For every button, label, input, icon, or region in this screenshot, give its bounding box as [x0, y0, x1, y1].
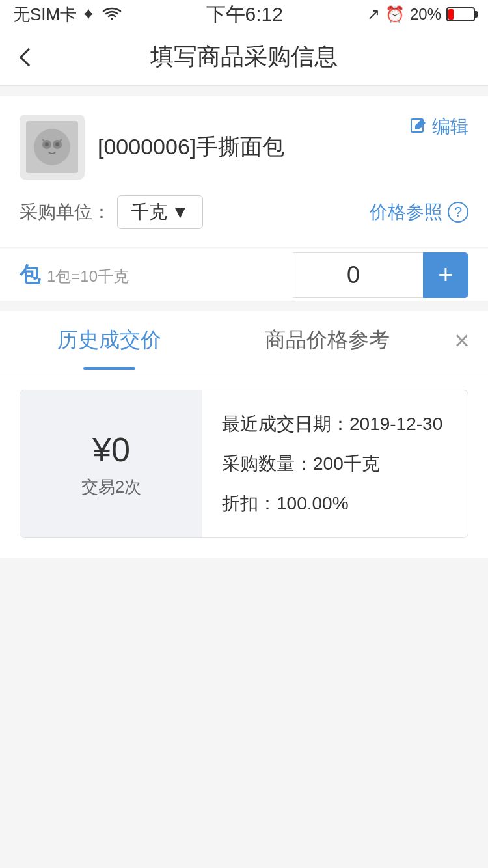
- package-hint: 1包=10千克: [47, 266, 129, 287]
- svg-point-3: [45, 142, 49, 146]
- status-time: 下午6:12: [206, 1, 283, 28]
- tab1-label: 历史成交价: [57, 326, 161, 355]
- discount-label: 折扣：: [222, 493, 277, 513]
- info-icon: ?: [448, 202, 468, 223]
- trade-count: 交易2次: [81, 476, 141, 498]
- tabs-section: 历史成交价 商品价格参考 × ¥0 交易2次 最近成交日期：2019-12-30…: [0, 311, 488, 558]
- svg-point-4: [55, 142, 59, 146]
- tab-product-price-ref[interactable]: 商品价格参考: [218, 311, 436, 370]
- svg-point-0: [34, 129, 70, 165]
- discount-value: 100.00%: [277, 493, 349, 513]
- product-image: [20, 115, 85, 180]
- trade-card-left: ¥0 交易2次: [20, 390, 202, 537]
- wifi-icon: [102, 7, 122, 21]
- trade-date-row: 最近成交日期：2019-12-30: [222, 410, 448, 439]
- edit-label: 编辑: [432, 115, 468, 139]
- tab2-label: 商品价格参考: [265, 326, 390, 355]
- battery-icon: [446, 7, 475, 21]
- product-name: [0000006]手撕面包: [98, 132, 284, 162]
- product-unit-row: 采购单位： 千克 ▼ 价格参照 ?: [20, 195, 468, 229]
- product-thumbnail: [26, 121, 78, 173]
- price-ref-label: 价格参照: [370, 200, 442, 224]
- plus-icon: +: [438, 260, 453, 290]
- unit-value: 千克: [131, 200, 167, 224]
- unit-label-text: 采购单位：: [20, 200, 111, 224]
- dropdown-arrow-icon: ▼: [171, 202, 189, 223]
- quantity-input[interactable]: [293, 252, 423, 298]
- page-title: 填写商品采购信息: [150, 41, 338, 73]
- product-section: [0000006]手撕面包 编辑 采购单位： 千克 ▼ 价格参照 ?: [0, 96, 488, 247]
- back-button[interactable]: [0, 29, 57, 86]
- product-header: [0000006]手撕面包 编辑: [20, 115, 468, 180]
- battery-percent: 20%: [410, 5, 441, 23]
- trade-discount-row: 折扣：100.00%: [222, 489, 448, 519]
- date-label: 最近成交日期：: [222, 414, 349, 434]
- tabs-header: 历史成交价 商品价格参考 ×: [0, 311, 488, 370]
- edit-icon: [410, 118, 428, 136]
- package-icon: 包: [20, 261, 40, 290]
- status-bar: 无SIM卡 ✦ 下午6:12 ↗ ⏰ 20%: [0, 0, 488, 29]
- product-left: [0000006]手撕面包: [20, 115, 284, 180]
- trade-price: ¥0: [92, 430, 130, 469]
- edit-button[interactable]: 编辑: [410, 115, 468, 139]
- qty-value: 200千克: [313, 454, 380, 474]
- close-icon: ×: [454, 327, 469, 353]
- unit-select[interactable]: 千克 ▼: [117, 195, 203, 229]
- trade-card-right: 最近成交日期：2019-12-30 采购数量：200千克 折扣：100.00%: [202, 390, 468, 537]
- product-logo-icon: [33, 128, 72, 167]
- back-arrow-icon: [20, 47, 38, 66]
- unit-label: 采购单位： 千克 ▼: [20, 195, 203, 229]
- tab-close-button[interactable]: ×: [436, 311, 488, 370]
- status-carrier: 无SIM卡 ✦: [13, 3, 122, 26]
- quantity-section: 包 1包=10千克 +: [0, 249, 488, 301]
- status-right-group: ↗ ⏰ 20%: [367, 5, 475, 23]
- quantity-label-group: 包 1包=10千克: [20, 261, 129, 290]
- tabs-content: ¥0 交易2次 最近成交日期：2019-12-30 采购数量：200千克 折扣：…: [0, 370, 488, 558]
- date-value: 2019-12-30: [349, 414, 442, 434]
- quantity-input-group: +: [293, 252, 468, 298]
- tab-history-price[interactable]: 历史成交价: [0, 311, 218, 370]
- price-ref-button[interactable]: 价格参照 ?: [370, 200, 468, 224]
- trade-card: ¥0 交易2次 最近成交日期：2019-12-30 采购数量：200千克 折扣：…: [20, 390, 468, 538]
- trade-qty-row: 采购数量：200千克: [222, 450, 448, 479]
- nav-bar: 填写商品采购信息: [0, 29, 488, 86]
- alarm-icon: ⏰: [385, 5, 405, 23]
- quantity-plus-button[interactable]: +: [423, 252, 468, 298]
- carrier-text: 无SIM卡 ✦: [13, 3, 96, 26]
- qty-label: 采购数量：: [222, 454, 313, 474]
- location-icon: ↗: [367, 5, 380, 23]
